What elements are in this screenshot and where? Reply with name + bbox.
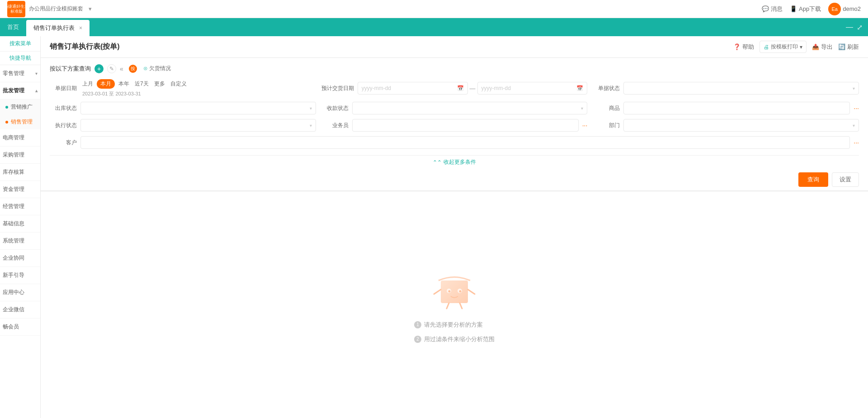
empty-state: 1 请先选择要分析的方案 2 用过滤条件来缩小分析范围 xyxy=(41,192,868,418)
empty-illustration xyxy=(432,265,477,310)
chevron-up-icon: ▴ xyxy=(35,88,38,93)
message-button[interactable]: 💬 消息 xyxy=(762,5,783,13)
filter-row-2: 出库状态 ▾ 收款状态 ▾ 商品 xyxy=(50,102,859,114)
sidebar-item-system[interactable]: 系统管理 xyxy=(0,233,40,250)
sidebar-sub-marketing[interactable]: 营销推广 xyxy=(0,100,40,114)
customer-input[interactable] xyxy=(80,136,850,149)
expected-date-range: yyyy-mm-dd 📅 — yyyy-mm-dd 📅 xyxy=(358,82,588,95)
sidebar-search[interactable]: 搜索菜单 xyxy=(0,36,40,52)
collapse-bar[interactable]: ⌃⌃ 收起更多条件 xyxy=(50,155,859,169)
chevron-down-dept-icon: ▾ xyxy=(853,123,855,128)
tab-active[interactable]: 销售订单执行表 × xyxy=(26,20,90,36)
sidebar-item-ecommerce-label: 电商管理 xyxy=(3,134,24,142)
print-button[interactable]: 🖨 按模板打印 ▾ xyxy=(760,41,807,53)
goods-more-icon[interactable]: ··· xyxy=(854,104,859,112)
settings-button[interactable]: 设置 xyxy=(832,172,859,187)
customer-more-icon[interactable]: ··· xyxy=(854,139,859,146)
scheme-item-shortfall[interactable]: ⊙ 欠货情况 xyxy=(139,63,175,74)
date-tab-7days[interactable]: 近7天 xyxy=(133,79,151,89)
field-receipt-status: 收款状态 ▾ xyxy=(321,102,588,114)
scheme-item-dan[interactable]: 按 xyxy=(129,65,137,73)
search-menu-label[interactable]: 搜索菜单 xyxy=(4,40,37,48)
date-tab-thisyear[interactable]: 本年 xyxy=(117,79,131,89)
add-scheme-button[interactable]: + xyxy=(94,64,104,73)
sidebar-item-retail[interactable]: 零售管理 ▾ xyxy=(0,65,40,82)
tab-close-icon[interactable]: × xyxy=(79,25,82,31)
scheme-label: 按以下方案查询 xyxy=(50,65,91,73)
expected-date-start[interactable]: yyyy-mm-dd 📅 xyxy=(358,82,468,95)
message-label: 消息 xyxy=(771,5,783,13)
user-menu[interactable]: Ea demo2 xyxy=(828,3,861,15)
sidebar-item-guide[interactable]: 新手引导 xyxy=(0,267,40,284)
single-date-label: 单据日期 xyxy=(50,85,77,92)
field-salesman: 业务员 ··· xyxy=(321,119,588,132)
execution-select[interactable]: ▾ xyxy=(80,119,316,132)
goods-label: 商品 xyxy=(593,104,620,112)
sidebar-item-operations[interactable]: 经营管理 xyxy=(0,198,40,215)
sidebar-item-wechat[interactable]: 企业微信 xyxy=(0,301,40,318)
collapse-scheme-button[interactable]: « xyxy=(120,65,123,72)
sidebar-item-inventory[interactable]: 库存核算 xyxy=(0,164,40,181)
sidebar-item-appstore[interactable]: 应用中心 xyxy=(0,284,40,301)
svg-line-8 xyxy=(460,303,462,309)
refresh-button[interactable]: 🔄 刷新 xyxy=(838,43,859,51)
date-tab-more[interactable]: 更多 xyxy=(152,79,167,89)
field-execution-status: 执行状态 ▾ xyxy=(50,119,316,132)
sidebar-item-wholesale[interactable]: 批发管理 ▴ xyxy=(0,82,40,100)
sidebar-item-inventory-label: 库存核算 xyxy=(3,168,24,176)
date-end-placeholder: yyyy-mm-dd xyxy=(481,85,511,91)
field-single-status: 单据状态 ▾ xyxy=(593,82,859,95)
receipt-select[interactable]: ▾ xyxy=(352,102,588,114)
logo: 畅捷通好生意 标准版 xyxy=(7,1,25,17)
field-expected-date: 预计交货日期 yyyy-mm-dd 📅 — yyyy-mm-dd 📅 xyxy=(321,82,588,95)
expected-date-end[interactable]: yyyy-mm-dd 📅 xyxy=(477,82,588,95)
chevron-down-execution-icon: ▾ xyxy=(310,123,312,128)
filter-panel: 按以下方案查询 + ✎ « 按 ⊙ 欠货情况 xyxy=(41,58,868,169)
message-icon: 💬 xyxy=(762,5,769,12)
field-goods: 商品 ··· xyxy=(593,102,859,114)
tip-text-1: 请先选择要分析的方案 xyxy=(424,319,483,331)
sidebar-item-finance[interactable]: 资金管理 xyxy=(0,181,40,198)
app-title-arrow[interactable]: ▾ xyxy=(89,5,92,12)
export-button[interactable]: 📤 导出 xyxy=(812,43,833,51)
sidebar: 搜索菜单 快捷导航 零售管理 ▾ 批发管理 ▴ 营销推广 销售管理 电商管理 xyxy=(0,36,41,418)
salesman-input[interactable] xyxy=(352,119,579,132)
single-status-select[interactable]: ▾ xyxy=(623,82,859,95)
calendar-end-icon[interactable]: 📅 xyxy=(576,85,583,91)
filter-row-1: 单据日期 上月 本月 本年 近7天 更多 自定义 2023-03-01 至 20… xyxy=(50,79,859,97)
help-button[interactable]: ❓ 帮助 xyxy=(733,43,754,51)
date-tab-thismonth[interactable]: 本月 xyxy=(97,79,115,89)
salesman-more-icon[interactable]: ··· xyxy=(582,122,588,129)
sidebar-item-basic[interactable]: 基础信息 xyxy=(0,215,40,233)
minimize-button[interactable]: — xyxy=(846,23,853,31)
expand-button[interactable]: ⤢ xyxy=(857,23,863,32)
date-tab-lastmonth[interactable]: 上月 xyxy=(80,79,95,89)
app-download-button[interactable]: 📱 App下载 xyxy=(790,5,821,13)
quick-nav-label[interactable]: 快捷导航 xyxy=(0,52,40,65)
sidebar-item-retail-label: 零售管理 xyxy=(3,70,24,77)
empty-tip-row-1: 1 请先选择要分析的方案 xyxy=(414,319,495,331)
sidebar-item-system-label: 系统管理 xyxy=(3,237,24,245)
sidebar-sub-sales-label: 销售管理 xyxy=(11,118,33,126)
sidebar-item-purchase[interactable]: 采购管理 xyxy=(0,147,40,164)
sidebar-sub-sales[interactable]: 销售管理 xyxy=(0,114,40,129)
collapse-icon: « xyxy=(120,65,123,72)
action-row: 查询 设置 xyxy=(41,169,868,191)
query-button[interactable]: 查询 xyxy=(798,172,828,187)
edit-scheme-button[interactable]: ✎ xyxy=(107,64,116,73)
goods-input[interactable] xyxy=(623,102,850,114)
shipment-select[interactable]: ▾ xyxy=(80,102,316,114)
chevron-down-icon: ▾ xyxy=(35,71,38,76)
sidebar-item-ecommerce[interactable]: 电商管理 xyxy=(0,129,40,147)
content-area: 销售订单执行表(按单) ❓ 帮助 🖨 按模板打印 ▾ 📤 导出 🔄 刷新 xyxy=(41,36,868,418)
edit-icon: ✎ xyxy=(109,66,114,72)
calendar-start-icon[interactable]: 📅 xyxy=(457,85,464,91)
topbar-left: 畅捷通好生意 标准版 办公用品行业模拟账套 ▾ xyxy=(7,1,92,17)
print-arrow-icon: ▾ xyxy=(800,44,802,50)
sidebar-item-enterprise[interactable]: 企业协同 xyxy=(0,250,40,267)
sidebar-item-member[interactable]: 畅会员 xyxy=(0,318,40,336)
date-tab-custom[interactable]: 自定义 xyxy=(169,79,189,89)
tab-home[interactable]: 首页 xyxy=(0,18,26,36)
department-select[interactable]: ▾ xyxy=(623,119,859,132)
refresh-icon: 🔄 xyxy=(838,43,845,50)
